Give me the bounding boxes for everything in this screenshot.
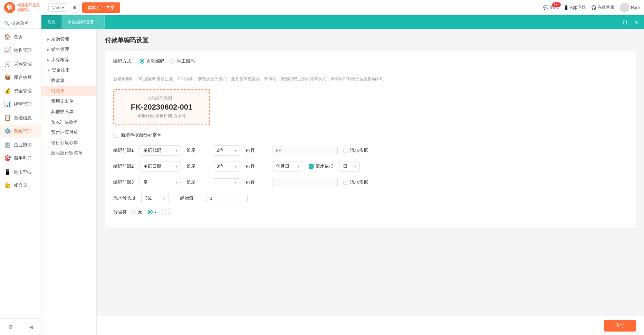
prefix2-unit-select[interactable]: 日 ▾ — [339, 161, 360, 171]
prefix2-length-arrow-icon: ▾ — [235, 165, 237, 168]
sidebar-item-system[interactable]: ⚙️ 系统管理 — [0, 124, 41, 138]
sidebar-settings-button[interactable]: ⚙ — [4, 322, 16, 332]
serial-length-select[interactable]: 3位 ▾ — [141, 193, 169, 203]
left-nav-payment[interactable]: 付款单 — [41, 86, 96, 96]
company-dropdown[interactable]: Nare ▾ — [48, 3, 67, 12]
prefix2-unit-arrow-icon: ▾ — [354, 165, 356, 168]
serial-length-label: 流水号长度 — [113, 195, 136, 201]
sidebar-item-purchase[interactable]: 🛒 采购管理 — [0, 57, 41, 71]
user-menu[interactable]: Nare — [620, 3, 640, 12]
left-nav-bank[interactable]: 银行存取款单 — [41, 138, 96, 148]
headset-icon: 🎧 — [591, 5, 596, 10]
sidebar-item-enterprise[interactable]: 🏢 企业协同 — [0, 138, 41, 151]
prefix2-label: 编码前缀2 — [113, 163, 134, 169]
trial-button[interactable]: 体验行业方案 — [82, 2, 120, 13]
left-nav: ▶ 采购管理 ▶ 销售管理 ▶ 库存核算 ▼ 资金往来 — [41, 29, 97, 335]
separator-section: 分隔符 无 - — [113, 209, 627, 215]
online-service-button[interactable]: 🎧 在线客服 — [591, 4, 614, 10]
left-nav-prepay-pay-offset[interactable]: 预付冲应付单 — [41, 127, 96, 138]
sidebar-item-guide[interactable]: 🎯 新手引导 — [0, 151, 41, 165]
left-nav-receipt[interactable]: 收款单 — [41, 75, 96, 86]
prefix2-content-select[interactable]: 年月日 ▾ — [272, 161, 303, 171]
serial-start-input[interactable] — [206, 194, 248, 203]
prefix1-content-label: 内容 — [246, 147, 267, 153]
sidebar-item-inventory[interactable]: 📦 库存核算 — [0, 71, 41, 84]
logo-area: 畅 畅通通好生意 旗舰版 — [4, 2, 46, 13]
sidebar-item-label: 库存核算 — [14, 74, 32, 81]
sidebar-item-label: 经营管理 — [14, 101, 32, 108]
left-nav-purchase-label: 采购管理 — [51, 36, 69, 42]
operations-icon: 📊 — [4, 101, 11, 108]
tab-encoding[interactable]: 单据编码设置 × — [62, 15, 105, 29]
separator-none-dot — [131, 210, 136, 214]
prefix1-length-label: 长度 — [186, 147, 207, 153]
tab-maximize-button[interactable]: ⊡ — [620, 18, 630, 27]
prefix2-select[interactable]: 单据日期 ▾ — [140, 161, 181, 171]
prefix2-length-select[interactable]: 8位 ▾ — [213, 161, 240, 171]
prefix1-select[interactable]: 单据代码 ▾ — [140, 145, 181, 156]
prefix3-select[interactable]: 空 ▾ — [140, 177, 181, 187]
left-nav-purchase[interactable]: ▶ 采购管理 — [41, 34, 96, 44]
chevron-right-icon: ▶ — [47, 37, 50, 41]
left-nav-finance-label: 资金往来 — [52, 67, 70, 73]
chevron-right-icon2: ▶ — [47, 48, 50, 52]
left-nav-other-income[interactable]: 其他收入单 — [41, 106, 96, 117]
app-download-button[interactable]: 📱 App下载 — [564, 4, 586, 10]
member-icon: 👑 — [4, 182, 11, 188]
settings-icon[interactable]: ⚙ — [70, 3, 79, 12]
prefix2-length-value: 8位 — [217, 163, 223, 169]
sidebar-item-member[interactable]: 👑 畅会员 — [0, 178, 41, 192]
left-nav-finance[interactable]: ▼ 资金往来 — [41, 65, 96, 75]
tab-home-label: 首页 — [47, 19, 56, 25]
message-button[interactable]: 💬 消息 99+ — [543, 4, 558, 10]
left-nav-expense[interactable]: 费用支出单 — [41, 96, 96, 106]
separator-dot-radio[interactable]: . — [162, 210, 170, 215]
left-nav-prepay-pay-offset-label: 预付冲应付单 — [51, 130, 78, 135]
auto-encoding-radio[interactable]: 自动编码 — [140, 58, 164, 64]
sidebar-item-finance[interactable]: 💰 资金管理 — [0, 84, 41, 97]
content-wrapper: 首页 单据编码设置 × ⊡ ✕ ▶ 采购管理 — [41, 15, 644, 335]
prefix2-serial-checkbox[interactable]: ✓ — [309, 164, 314, 169]
sidebar-item-sales[interactable]: 📈 销售管理 — [0, 44, 41, 57]
serial-start-label: 起始值 — [180, 195, 201, 201]
sidebar-item-label: 企业协同 — [14, 142, 32, 148]
prefix3-value: 空 — [143, 179, 148, 185]
tab-close-icon[interactable]: × — [96, 20, 99, 25]
encoding-card: 编码方式 自动编码 手工编码 — [105, 51, 636, 227]
sidebar-item-operations[interactable]: 📊 经营管理 — [0, 97, 41, 111]
prefix1-value: 单据代码 — [143, 147, 161, 153]
sidebar-item-label: 系统管理 — [14, 128, 32, 134]
tab-home[interactable]: 首页 — [41, 15, 62, 29]
sidebar-item-home[interactable]: 🏠 首页 — [0, 30, 41, 44]
prefix3-length-select[interactable]: ▾ — [213, 178, 240, 186]
left-nav-other-income-label: 其他收入单 — [51, 109, 74, 114]
prefix1-serial-check: 流水依据 — [343, 147, 368, 153]
prefix1-serial-checkbox[interactable] — [343, 148, 348, 153]
save-button[interactable]: 保存 — [604, 320, 636, 332]
serial-length-row: 流水号长度 3位 ▾ 起始值 — [113, 193, 627, 203]
separator-dash-radio[interactable]: - — [148, 210, 156, 215]
separator-none-radio[interactable]: 无 — [131, 209, 142, 215]
appcenter-icon: 📱 — [4, 168, 11, 175]
right-content: 付款单编码设置 编码方式 自动编码 — [97, 29, 644, 335]
left-nav-prepay-offset[interactable]: 预收冲应收单 — [41, 117, 96, 127]
home-icon: 🏠 — [4, 34, 11, 40]
left-nav-inventory[interactable]: ▶ 库存核算 — [41, 55, 96, 65]
auto-fill-checkbox[interactable] — [113, 133, 118, 138]
prefix3-content-input — [272, 178, 338, 187]
chevron-down-icon: ▾ — [62, 5, 64, 10]
preview-box: 当前编码示例： FK-20230602-001 单据代码-单据日期-流水号 — [113, 89, 210, 125]
prefix3-serial-checkbox[interactable] — [343, 180, 348, 185]
manual-encoding-radio[interactable]: 手工编码 — [170, 58, 195, 64]
sidebar-item-label: 新手引导 — [14, 155, 32, 161]
sidebar-item-basic[interactable]: 📋 基础信息 — [0, 111, 41, 124]
sidebar-collapse-button[interactable]: ◀ — [26, 322, 37, 332]
left-nav-adjustment[interactable]: 应收应付调整单 — [41, 148, 96, 158]
search-menu-button[interactable]: 🔍 搜索菜单 — [0, 18, 41, 29]
tab-close-all-button[interactable]: ✕ — [631, 18, 641, 27]
left-nav-sales[interactable]: ▶ 销售管理 — [41, 44, 96, 55]
serial-length-value: 3位 — [145, 195, 152, 201]
prefix1-length-select[interactable]: 2位 ▾ — [213, 145, 240, 156]
sidebar-item-appcenter[interactable]: 📱 应用中心 — [0, 165, 41, 178]
separator-label: 分隔符 — [113, 209, 127, 215]
